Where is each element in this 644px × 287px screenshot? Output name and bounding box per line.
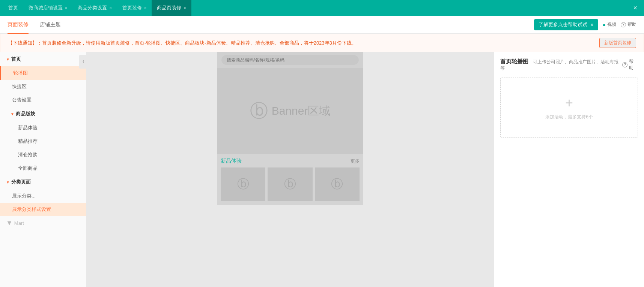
sidebar-item-featured[interactable]: 精品推荐 [0,135,86,148]
product-logo-1: ⓑ [237,176,249,193]
sidebar-item-all-products[interactable]: 全部商品 [0,161,86,175]
category-arrow-icon: ▼ [6,180,10,184]
product-logo-3: ⓑ [331,176,343,193]
sub-tabs: 页面装修 店铺主题 [8,16,61,34]
phone-search [217,52,363,68]
close-store-settings-icon[interactable]: × [65,6,67,10]
product-card-2: ⓑ [268,167,312,201]
phone-preview: ⓑ Banner区域 [217,52,363,205]
close-product-decor-icon[interactable]: × [184,6,186,10]
sub-tab-right: 了解更多点击帮助试试 × ● 视频 ? 帮助 [534,19,636,30]
sidebar: 《 ▼ 首页 轮播图 快捷区 公告设置 ▼ 商品版块 新品体验 [0,52,86,287]
tab-home[interactable]: 首页 [3,0,23,16]
sidebar-item-shortcuts[interactable]: 快捷区 [0,80,86,93]
sidebar-item-banner[interactable]: 轮播图 [0,66,86,80]
help-banner: 了解更多点击帮助试试 × [534,19,598,30]
sub-tab-store-theme[interactable]: 店铺主题 [40,16,61,34]
sidebar-parent-category[interactable]: ▼ 分类页面 [0,175,86,189]
product-section-more: 更多 [351,158,360,164]
video-link[interactable]: ● 视频 [603,21,616,28]
product-logo-2: ⓑ [284,176,296,193]
close-all-button[interactable]: × [629,4,641,12]
right-panel: 首页轮播图 可上传公司照片、商品推广图片、活动海报等 ? 帮助 + 添加活动，最… [494,52,644,287]
help-banner-close[interactable]: × [590,22,593,28]
sidebar-parent-products[interactable]: ▼ 商品版块 [0,107,86,121]
sidebar-collapse-button[interactable]: 《 [79,55,86,69]
right-panel-help-button[interactable]: ? 帮助 [622,58,638,71]
add-activity-text: 添加活动，最多支持6个 [545,114,593,120]
tab-bar: 首页 微商城店铺设置 × 商品分类设置 × 首页装修 × 商品页装修 × × [0,0,644,16]
main-layout: 《 ▼ 首页 轮播图 快捷区 公告设置 ▼ 商品版块 新品体验 [0,52,644,287]
sidebar-item-clearance[interactable]: 清仓抢购 [0,148,86,161]
sidebar-item-show-category[interactable]: 展示分类... [0,189,86,203]
tab-home-decor[interactable]: 首页装修 × [117,0,152,16]
sidebar-section-home: ▼ 首页 轮播图 快捷区 公告设置 ▼ 商品版块 新品体验 精品推荐 [0,52,86,175]
product-card-3: ⓑ [315,167,360,201]
new-homepage-decor-button[interactable]: 新版首页装修 [599,38,636,48]
banner-area: ⓑ Banner区域 [217,68,363,154]
sidebar-mart-label: ▼ Mart [0,216,86,230]
sidebar-item-notice[interactable]: 公告设置 [0,93,86,107]
banner-logo: ⓑ Banner区域 [250,99,331,123]
banner-text-label: Banner区域 [272,103,331,119]
right-panel-title-area: 首页轮播图 可上传公司照片、商品推广图片、活动海报等 [500,58,622,72]
products-arrow-icon: ▼ [11,112,14,116]
sidebar-parent-home[interactable]: ▼ 首页 [0,52,86,66]
sidebar-item-category-style[interactable]: 展示分类样式设置 [0,203,86,216]
tab-product-decor[interactable]: 商品页装修 × [152,0,191,16]
center-preview: ⓑ Banner区域 [86,52,494,287]
product-section-title: 新品体验 [221,158,242,164]
notice-text: 【下线通知】：首页装修全新升级，请使用新版首页装修，首页-轮播图、快捷区、商品板… [8,40,357,46]
help-link[interactable]: ? 帮助 [621,21,636,28]
sidebar-item-new-exp[interactable]: 新品体验 [0,121,86,135]
right-panel-title: 首页轮播图 [500,58,528,64]
notice-bar: 【下线通知】：首页装修全新升级，请使用新版首页装修，首页-轮播图、快捷区、商品板… [0,34,644,52]
tab-store-settings[interactable]: 微商城店铺设置 × [23,0,72,16]
sub-tab-bar: 页面装修 店铺主题 了解更多点击帮助试试 × ● 视频 ? 帮助 [0,16,644,34]
close-category-settings-icon[interactable]: × [109,6,111,10]
arrow-icon: ▼ [6,57,10,61]
banner-logo-icon: ⓑ [250,99,268,123]
add-plus-icon: + [565,95,573,111]
product-section: 新品体验 更多 ⓑ ⓑ ⓑ [217,154,363,205]
product-grid: ⓑ ⓑ ⓑ [221,167,360,201]
sub-tab-page-decor[interactable]: 页面装修 [8,16,29,34]
tab-category-settings[interactable]: 商品分类设置 × [72,0,117,16]
close-home-decor-icon[interactable]: × [144,6,146,10]
product-card-1: ⓑ [221,167,265,201]
right-panel-header: 首页轮播图 可上传公司照片、商品推广图片、活动海报等 ? 帮助 [500,58,638,72]
sidebar-section-category: ▼ 分类页面 展示分类... 展示分类样式设置 [0,175,86,216]
product-section-header: 新品体验 更多 [221,158,360,164]
add-activity-button[interactable]: + 添加活动，最多支持6个 [500,78,638,138]
phone-search-input[interactable] [221,55,359,65]
help-circle-icon: ? [622,62,627,67]
